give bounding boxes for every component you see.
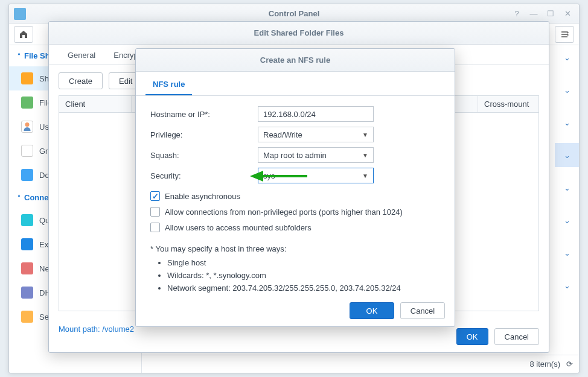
window-title: Control Panel (269, 9, 320, 18)
maximize-icon[interactable]: ☐ (543, 8, 558, 20)
dialog-title: Edit Shared Folder Files (49, 22, 549, 45)
enable-async-checkbox[interactable] (150, 191, 160, 201)
collapse-chevron[interactable]: ⌄ (555, 241, 579, 265)
refresh-icon[interactable]: ⟳ (566, 360, 573, 369)
app-icon (14, 8, 26, 20)
help-intro: * You may specify a host in three ways: (150, 244, 440, 253)
help-item: Wildcards: *, *.synology.com (167, 270, 440, 282)
mount-path-value: /volume2 (102, 325, 134, 334)
security-select[interactable]: sys▼ (258, 168, 374, 183)
chevron-up-icon: ˄ (18, 194, 21, 201)
close-icon[interactable]: ✕ (560, 8, 575, 20)
mounted-subfolders-label: Allow users to access mounted subfolders (165, 223, 312, 232)
tab-bar: NFS rule (136, 74, 455, 96)
home-button[interactable] (14, 26, 33, 43)
squash-select[interactable]: Map root to admin▼ (258, 147, 374, 163)
col-cross-mount: Cross-mount (478, 96, 538, 112)
shield-icon (21, 311, 33, 323)
cloud-icon (21, 214, 33, 226)
user-icon (21, 121, 33, 133)
privilege-select[interactable]: Read/Write▼ (258, 127, 374, 142)
cancel-button[interactable]: Cancel (494, 328, 539, 345)
hostname-input[interactable] (258, 106, 374, 122)
help-item: Single host (167, 257, 440, 270)
enable-async-label: Enable asynchronous (165, 192, 240, 201)
create-nfs-rule-dialog: Create an NFS rule NFS rule Hostname or … (135, 48, 455, 327)
help-text: * You may specify a host in three ways: … (150, 244, 440, 294)
mount-path-label: Mount path: (59, 325, 102, 334)
select-value: Map root to admin (263, 151, 327, 160)
mounted-subfolders-checkbox[interactable] (150, 223, 160, 232)
home-icon (19, 30, 28, 39)
collapse-chevron[interactable]: ⌄ (555, 110, 579, 135)
tab-general[interactable]: General (59, 45, 104, 65)
help-item: Network segment: 203.74.205.32/255.255.2… (167, 282, 440, 295)
item-count: 8 item(s) (529, 360, 560, 369)
status-bar: 8 item(s) ⟳ (142, 355, 579, 373)
col-client: Client (59, 96, 132, 112)
cancel-button[interactable]: Cancel (400, 302, 445, 319)
collapse-chevron[interactable]: ⌄ (555, 78, 579, 102)
chevron-down-icon: ▼ (362, 152, 368, 159)
select-value: sys (263, 171, 275, 180)
collapse-chevron[interactable]: ⌄ (555, 143, 579, 167)
sort-icon (560, 30, 569, 39)
squash-label: Squash: (150, 151, 258, 160)
hostname-label: Hostname or IP*: (150, 110, 258, 119)
help-icon[interactable]: ? (509, 8, 525, 20)
nonpriv-ports-checkbox[interactable] (150, 207, 160, 217)
chevron-down-icon: ▼ (362, 173, 368, 179)
folder-icon (21, 72, 33, 84)
dhcp-icon (21, 287, 33, 299)
collapse-chevron[interactable]: ⌄ (555, 45, 579, 69)
chevron-up-icon: ˄ (18, 52, 21, 59)
ok-button[interactable]: OK (350, 302, 394, 319)
collapse-chevron[interactable]: ⌄ (555, 176, 579, 200)
collapse-chevron[interactable]: ⌄ (555, 208, 579, 232)
privilege-label: Privilege: (150, 130, 258, 139)
select-value: Read/Write (263, 130, 302, 139)
tab-nfs-rule[interactable]: NFS rule (145, 74, 192, 95)
chevron-down-icon: ▼ (362, 131, 368, 138)
ok-button[interactable]: OK (456, 328, 488, 345)
file-icon (21, 97, 33, 109)
collapse-chevron[interactable]: ⌄ (555, 273, 579, 297)
dialog-title: Create an NFS rule (136, 49, 455, 72)
domain-icon (21, 169, 33, 181)
security-label: Security: (150, 171, 258, 180)
group-icon (21, 145, 33, 157)
minimize-icon[interactable]: — (526, 8, 542, 20)
network-icon (21, 262, 33, 274)
create-button[interactable]: Create (59, 72, 103, 89)
globe-icon (21, 238, 33, 250)
sort-button[interactable] (555, 26, 574, 43)
nonpriv-ports-label: Allow connections from non-privileged po… (165, 208, 403, 217)
